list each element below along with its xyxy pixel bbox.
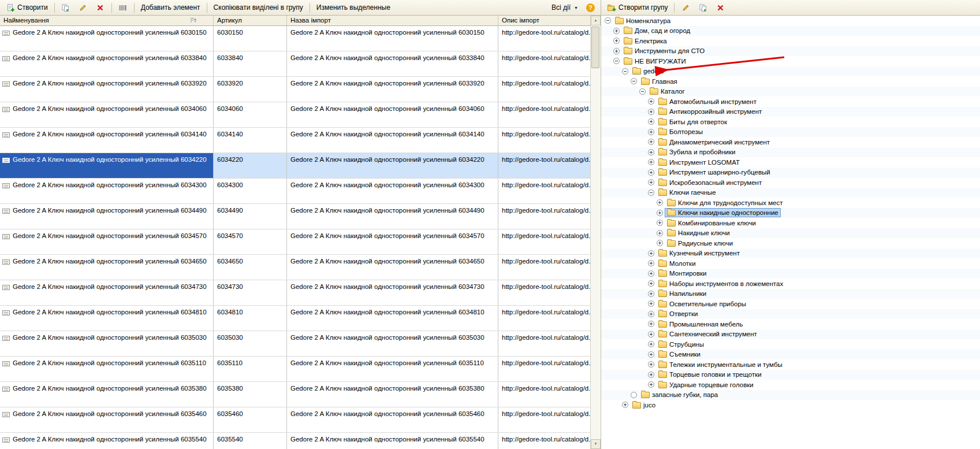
- tree-expander-icon[interactable]: [657, 230, 663, 236]
- scroll-down-button[interactable]: ▼: [591, 439, 601, 449]
- cell-import-desc[interactable]: http://gedore-tool.ru/catalog/d...: [498, 204, 590, 229]
- all-actions-button[interactable]: Всі дії ▼: [548, 2, 582, 13]
- table-row[interactable]: Gedore 2 A Ключ накидной односторонний у…: [0, 357, 590, 382]
- cell-article[interactable]: 6034810: [214, 306, 287, 331]
- cell-import-name[interactable]: Gedore 2 A Ключ накидной односторонний у…: [287, 306, 498, 331]
- add-element-button[interactable]: Добавить элемент: [137, 2, 204, 13]
- tree-node[interactable]: Инструмент шарнирно-губцевый: [657, 168, 772, 176]
- cell-article[interactable]: 6035460: [214, 407, 287, 432]
- cell-import-desc[interactable]: http://gedore-tool.ru/catalog/d...: [498, 26, 590, 51]
- tree-item[interactable]: Накидные ключи: [601, 228, 980, 239]
- tree-node[interactable]: НЕ ВИГРУЖАТИ: [622, 57, 688, 65]
- tree-node[interactable]: Наборы инструментов в ложементах: [657, 280, 785, 288]
- cell-article[interactable]: 6035540: [214, 433, 287, 449]
- tree-item[interactable]: Монтировки: [601, 269, 980, 279]
- tree-expander-icon[interactable]: [657, 210, 663, 216]
- tree-expander-icon[interactable]: [648, 361, 654, 368]
- cell-article[interactable]: 6034220: [214, 153, 287, 178]
- tree-item[interactable]: Автомобильный инструмент: [601, 97, 980, 107]
- tree-node[interactable]: Ключи накидные односторонние: [665, 209, 780, 217]
- cell-import-desc[interactable]: http://gedore-tool.ru/catalog/d...: [498, 102, 590, 127]
- cell-article[interactable]: 6033920: [214, 77, 287, 102]
- cell-import-name[interactable]: Gedore 2 A Ключ накидной односторонний у…: [287, 179, 498, 203]
- tree-expander-icon[interactable]: [648, 280, 654, 287]
- table-row[interactable]: Gedore 2 A Ключ накидной односторонний у…: [0, 179, 590, 204]
- tree-node[interactable]: Номенклатура: [613, 17, 672, 25]
- tree-expander-icon[interactable]: [648, 381, 654, 388]
- cell-import-name[interactable]: Gedore 2 A Ключ накидной односторонний у…: [287, 357, 498, 381]
- table-row[interactable]: Gedore 2 A Ключ накидной односторонний у…: [0, 77, 590, 102]
- cell-article[interactable]: 6034300: [214, 179, 287, 203]
- cell-import-name[interactable]: Gedore 2 A Ключ накидной односторонний у…: [287, 229, 498, 254]
- cell-import-name[interactable]: Gedore 2 A Ключ накидной односторонний у…: [287, 204, 498, 229]
- tree-item[interactable]: Сантехнический инструмент: [601, 329, 980, 340]
- tree-item[interactable]: Инструмент шарнирно-губцевый: [601, 168, 980, 178]
- tree-expander-icon[interactable]: [648, 260, 654, 266]
- column-header-import-desc[interactable]: Опис імпорт: [498, 16, 590, 25]
- tree-item[interactable]: Торцевые головки и трещотки: [601, 370, 980, 380]
- tree-item[interactable]: Наборы инструментов в ложементах: [601, 279, 980, 289]
- tree-item[interactable]: Съемники: [601, 350, 980, 360]
- tree-node[interactable]: Струбцины: [657, 340, 706, 348]
- tree-node[interactable]: Тележки инструментальные и тумбы: [657, 361, 784, 369]
- copy-selected-to-group-button[interactable]: Скопіювати виділені в групу: [210, 2, 307, 13]
- cell-import-name[interactable]: Gedore 2 A Ключ накидной односторонний у…: [287, 26, 498, 51]
- cell-article[interactable]: 6033840: [214, 51, 287, 76]
- cell-name[interactable]: Gedore 2 A Ключ накидной односторонний у…: [0, 331, 214, 356]
- tree-expander-icon[interactable]: [648, 291, 654, 297]
- tree-node[interactable]: Торцевые головки и трещотки: [657, 370, 763, 379]
- tree-expander-icon[interactable]: [622, 402, 628, 408]
- cell-import-desc[interactable]: http://gedore-tool.ru/catalog/d...: [498, 255, 590, 280]
- tree-node[interactable]: Електрика: [622, 37, 669, 45]
- tree-node[interactable]: Ключи для труднодоступных мест: [665, 199, 784, 207]
- cell-name[interactable]: Gedore 2 A Ключ накидной односторонний у…: [0, 407, 214, 432]
- cell-name[interactable]: Gedore 2 A Ключ накидной односторонний у…: [0, 204, 214, 229]
- tree-node[interactable]: Напильники: [657, 290, 708, 298]
- tree-node[interactable]: Отвертки: [657, 310, 699, 318]
- delete-button[interactable]: [92, 1, 109, 14]
- edit-selected-button[interactable]: Изменить выделенные: [313, 2, 394, 13]
- cell-import-name[interactable]: Gedore 2 A Ключ накидной односторонний у…: [287, 102, 498, 127]
- tree-item[interactable]: Струбцины: [601, 339, 980, 350]
- cell-import-desc[interactable]: http://gedore-tool.ru/catalog/d...: [498, 382, 590, 407]
- tree-item[interactable]: Отвертки: [601, 309, 980, 320]
- tree-node[interactable]: Ударные торцевые головки: [657, 381, 755, 389]
- tree-node[interactable]: Съемники: [657, 350, 702, 358]
- scrollbar-thumb[interactable]: [591, 27, 599, 68]
- tree-node[interactable]: запасные губки, пара: [639, 391, 720, 399]
- table-row[interactable]: Gedore 2 A Ключ накидной односторонний у…: [0, 51, 590, 77]
- cell-name[interactable]: Gedore 2 A Ключ накидной односторонний у…: [0, 153, 214, 178]
- tree-item[interactable]: Комбинированные ключи: [601, 218, 980, 228]
- cell-name[interactable]: Gedore 2 A Ключ накидной односторонний у…: [0, 128, 214, 153]
- table-row[interactable]: Gedore 2 A Ключ накидной односторонний у…: [0, 280, 590, 306]
- tree-item[interactable]: Тележки инструментальные и тумбы: [601, 359, 980, 370]
- delete-group-button[interactable]: [712, 1, 728, 14]
- cell-import-name[interactable]: Gedore 2 A Ключ накидной односторонний у…: [287, 255, 498, 280]
- table-row[interactable]: Gedore 2 A Ключ накидной односторонний у…: [0, 433, 590, 449]
- tree-item[interactable]: Биты для отверток: [601, 117, 980, 127]
- copy-group-button[interactable]: [695, 1, 711, 14]
- cell-import-name[interactable]: Gedore 2 A Ключ накидной односторонний у…: [287, 331, 498, 356]
- tree-expander-icon[interactable]: [648, 129, 654, 135]
- cell-import-desc[interactable]: http://gedore-tool.ru/catalog/d...: [498, 433, 590, 449]
- tree-item[interactable]: Промышленная мебель: [601, 319, 980, 329]
- tree-node[interactable]: Динамометрический инструмент: [657, 138, 772, 146]
- cell-article[interactable]: 6035030: [214, 331, 287, 356]
- tree-expander-icon[interactable]: [648, 159, 654, 165]
- tree-node[interactable]: Антикоррозийный инструмент: [657, 107, 763, 116]
- table-row[interactable]: Gedore 2 A Ключ накидной односторонний у…: [0, 153, 590, 179]
- cell-import-desc[interactable]: http://gedore-tool.ru/catalog/d...: [498, 51, 590, 76]
- tree-node[interactable]: Молотки: [657, 259, 698, 268]
- tree-node[interactable]: Зубила и пробойники: [657, 148, 737, 156]
- tree-expander-icon[interactable]: [639, 88, 646, 95]
- cell-name[interactable]: Gedore 2 A Ключ накидной односторонний у…: [0, 51, 214, 76]
- column-header-article[interactable]: Артикул: [214, 16, 287, 25]
- tree-expander-icon[interactable]: [613, 58, 620, 64]
- tree-expander-icon[interactable]: [648, 270, 654, 277]
- tree-expander-icon[interactable]: [605, 17, 611, 24]
- scroll-up-button[interactable]: ▲: [591, 16, 601, 25]
- tree-node[interactable]: Монтировки: [657, 269, 709, 277]
- tree-item[interactable]: Молотки: [601, 258, 980, 269]
- tree-node[interactable]: Ключи гаечные: [657, 188, 718, 196]
- tree-item[interactable]: Зубила и пробойники: [601, 147, 980, 158]
